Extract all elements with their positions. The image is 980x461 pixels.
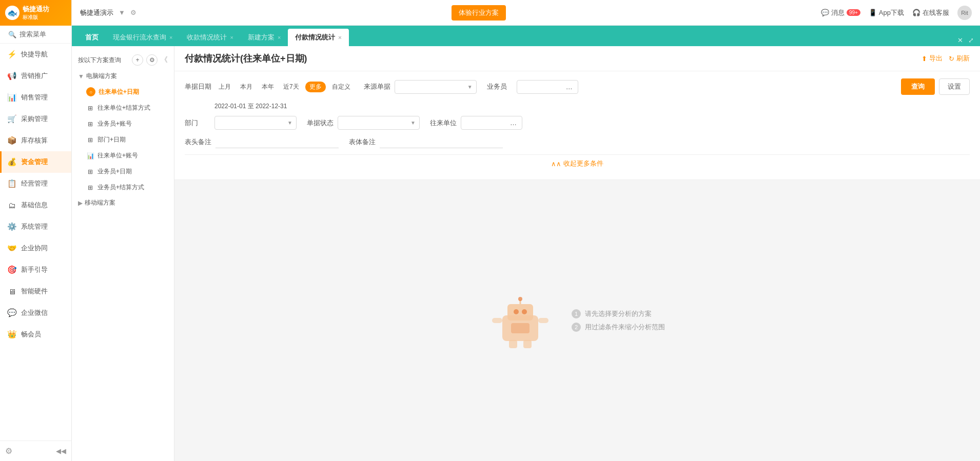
filter-settings-btn[interactable]: 设置: [939, 78, 970, 95]
filter-staff-item: 业务员 …: [487, 80, 578, 94]
message-btn[interactable]: 💬 消息 99+: [821, 8, 860, 17]
tip-num-2: 2: [572, 323, 581, 332]
purchase-icon: 🛒: [7, 114, 17, 124]
logo-icon: 🐟: [5, 6, 19, 20]
scheme-item-staff-date[interactable]: ⊞ 业务员+日期: [72, 164, 174, 179]
head-note-input[interactable]: [215, 136, 339, 148]
date-this-month[interactable]: 本月: [237, 82, 256, 92]
sidebar-item-corp-collab[interactable]: 🤝 企业协同: [0, 237, 71, 259]
finance-icon: 💰: [7, 157, 17, 167]
footer-settings-icon[interactable]: ⚙: [5, 446, 12, 456]
staff-date-icon: ⊞: [86, 168, 94, 176]
staff-label: 业务员: [487, 82, 513, 91]
service-label: 在线客服: [923, 8, 949, 17]
trial-btn[interactable]: 体验行业方案: [452, 5, 506, 21]
export-btn[interactable]: ⬆ 导出: [922, 54, 943, 63]
scheme-item-unit-date[interactable]: ○ 往来单位+日期: [72, 84, 174, 100]
purchase-label: 采购管理: [21, 114, 48, 124]
sidebar-item-system[interactable]: ⚙️ 系统管理: [0, 216, 71, 237]
sidebar-item-corp-wechat[interactable]: 💬 企业微信: [0, 302, 71, 324]
source-select[interactable]: [395, 80, 477, 94]
mobile-section-arrow: ▶: [78, 199, 83, 207]
left-panel-collapse-btn[interactable]: 《: [161, 55, 168, 65]
tab-payment-close[interactable]: ×: [338, 34, 341, 41]
search-menu[interactable]: 🔍 搜索菜单: [0, 26, 71, 44]
date-custom[interactable]: 自定义: [329, 82, 354, 92]
scheme-item-unit-account[interactable]: 📊 往来单位+账号: [72, 148, 174, 164]
system-icon: ⚙️: [7, 222, 17, 232]
close-all-icon[interactable]: ✕: [957, 36, 963, 44]
dept-date-icon: ⊞: [86, 136, 94, 144]
sidebar-item-quick-nav[interactable]: ⚡ 快捷导航: [0, 44, 71, 65]
sidebar-item-purchase[interactable]: 🛒 采购管理: [0, 108, 71, 130]
scheme-settings-btn[interactable]: ⚙: [146, 54, 158, 66]
doc-status-label: 单据状态: [307, 118, 334, 128]
date-this-year[interactable]: 本年: [259, 82, 277, 92]
service-btn[interactable]: 🎧 在线客服: [912, 8, 949, 17]
scheme-item-unit-payment[interactable]: ⊞ 往来单位+结算方式: [72, 100, 174, 116]
app-download-btn[interactable]: 📱 App下载: [869, 8, 904, 17]
corp-collab-label: 企业协同: [21, 244, 48, 253]
sidebar-item-vip[interactable]: 👑 畅会员: [0, 324, 71, 345]
staff-input[interactable]: …: [517, 80, 578, 94]
query-btn[interactable]: 查询: [901, 78, 935, 95]
sidebar-item-sales[interactable]: 📊 销售管理: [0, 87, 71, 108]
collapse-more-btn[interactable]: ∧∧ 收起更多条件: [185, 154, 970, 172]
sidebar-item-beginner[interactable]: 🎯 新手引导: [0, 259, 71, 280]
date-label: 单据日期: [185, 82, 211, 91]
source-label: 来源单据: [364, 82, 390, 91]
collapse-more-label: 收起更多条件: [563, 159, 603, 168]
footer-collapse-icon[interactable]: ◀◀: [56, 447, 66, 455]
tab-new-scheme-label: 新建方案: [248, 33, 275, 42]
doc-status-select-wrap: [338, 116, 420, 130]
add-scheme-btn[interactable]: +: [132, 54, 143, 66]
app-title: 畅捷通坊: [23, 5, 49, 14]
mobile-section-header[interactable]: ▶ 移动端方案: [72, 195, 174, 210]
refresh-btn[interactable]: ↻ 刷新: [949, 54, 970, 63]
user-avatar[interactable]: Rit: [957, 6, 972, 20]
desktop-section-header[interactable]: ▼ 电脑端方案: [72, 69, 174, 84]
left-panel-actions: + ⚙ 《: [132, 54, 168, 66]
sidebar-item-inventory[interactable]: 📦 库存核算: [0, 130, 71, 151]
filter-doc-status-item: 单据状态: [307, 116, 420, 130]
scheme-item-staff-account[interactable]: ⊞ 业务员+账号: [72, 116, 174, 132]
company-dropdown-arrow[interactable]: ▼: [119, 9, 125, 16]
partner-input[interactable]: …: [461, 116, 522, 130]
doc-status-select[interactable]: [338, 116, 420, 130]
tab-home[interactable]: 首页: [78, 29, 106, 46]
sidebar-item-smart-hw[interactable]: 🖥 智能硬件: [0, 280, 71, 302]
sidebar-header-text: 畅捷通坊 标准版: [23, 5, 49, 21]
sidebar-item-finance[interactable]: 💰 资金管理: [0, 151, 71, 173]
tab-collection-label: 收款情况统计: [187, 33, 227, 42]
filter-source-item: 来源单据: [364, 80, 477, 94]
page-title: 付款情况统计(往来单位+日期): [185, 52, 307, 65]
tab-payment[interactable]: 付款情况统计 ×: [288, 29, 348, 46]
scheme-item-dept-date[interactable]: ⊞ 部门+日期: [72, 132, 174, 148]
tab-new-scheme[interactable]: 新建方案 ×: [241, 29, 288, 46]
expand-icon[interactable]: ⤢: [968, 36, 974, 44]
empty-tip-2: 2 用过滤条件来缩小分析范围: [572, 323, 665, 332]
corp-wechat-label: 企业微信: [21, 308, 48, 317]
tab-bank-close[interactable]: ×: [169, 34, 172, 41]
sidebar-item-basic-info[interactable]: 🗂 基础信息: [0, 194, 71, 216]
page-header-actions: ⬆ 导出 ↻ 刷新: [922, 54, 970, 63]
tab-home-label: 首页: [85, 33, 99, 42]
tab-collection[interactable]: 收款情况统计 ×: [180, 29, 240, 46]
empty-state-content: 1 请先选择要分析的方案 2 用过滤条件来缩小分析范围: [489, 295, 665, 346]
date-last-month[interactable]: 上月: [215, 82, 234, 92]
sidebar-item-operations[interactable]: 📋 经营管理: [0, 173, 71, 194]
date-more[interactable]: 更多: [305, 82, 326, 92]
tab-new-scheme-close[interactable]: ×: [278, 34, 281, 41]
scheme-item-staff-payment[interactable]: ⊞ 业务员+结算方式: [72, 179, 174, 195]
staff-ellipsis-icon: …: [566, 83, 573, 91]
body-note-input[interactable]: [380, 136, 503, 148]
tab-collection-close[interactable]: ×: [230, 34, 233, 41]
dept-select[interactable]: [214, 116, 297, 130]
main-area: 畅捷通演示 ▼ ⚙ 体验行业方案 💬 消息 99+ 📱 App下载 🎧 在线客服…: [72, 0, 980, 461]
tab-bank[interactable]: 现金银行流水查询 ×: [106, 29, 180, 46]
sidebar-item-marketing[interactable]: 📢 营销推广: [0, 65, 71, 87]
corp-wechat-icon: 💬: [7, 308, 17, 318]
date-last-7days[interactable]: 近7天: [280, 82, 302, 92]
topbar-settings-icon[interactable]: ⚙: [130, 9, 136, 16]
message-icon: 💬: [821, 9, 829, 16]
